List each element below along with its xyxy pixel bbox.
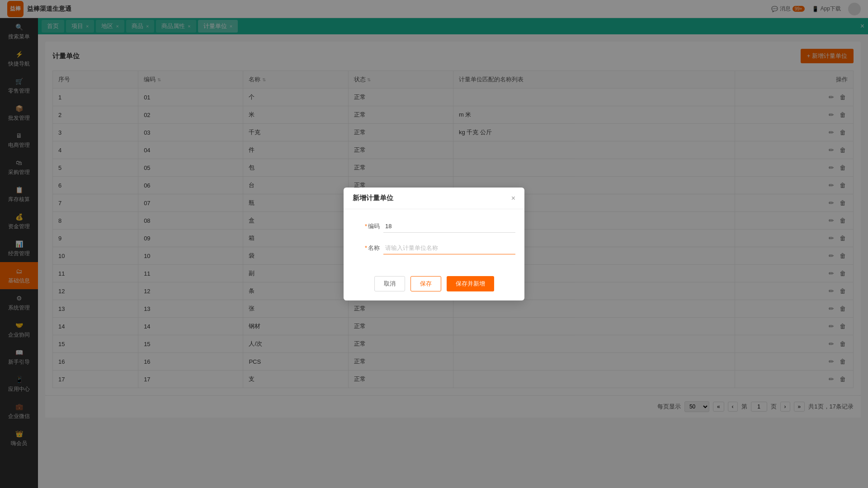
name-required-mark: * xyxy=(365,244,367,251)
code-required-mark: * xyxy=(365,223,367,230)
modal-body: *编码 *名称 xyxy=(344,209,524,271)
form-row-name: *名称 xyxy=(353,242,515,254)
modal-footer: 取消 保存 保存并新增 xyxy=(344,271,524,300)
modal-title: 新增计量单位 xyxy=(353,194,393,202)
modal-header: 新增计量单位 × xyxy=(344,188,524,209)
save-and-new-button[interactable]: 保存并新增 xyxy=(447,276,494,291)
add-unit-modal: 新增计量单位 × *编码 *名称 取消 保存 保存并新增 xyxy=(344,188,524,300)
name-input[interactable] xyxy=(383,242,515,254)
code-label: *编码 xyxy=(353,222,380,230)
cancel-button[interactable]: 取消 xyxy=(374,276,405,291)
modal-overlay[interactable]: 新增计量单位 × *编码 *名称 取消 保存 保存并新增 xyxy=(0,0,868,488)
modal-close-btn[interactable]: × xyxy=(511,194,515,202)
code-input[interactable] xyxy=(383,220,515,233)
name-label: *名称 xyxy=(353,244,380,252)
save-button[interactable]: 保存 xyxy=(410,276,441,291)
form-row-code: *编码 xyxy=(353,220,515,233)
